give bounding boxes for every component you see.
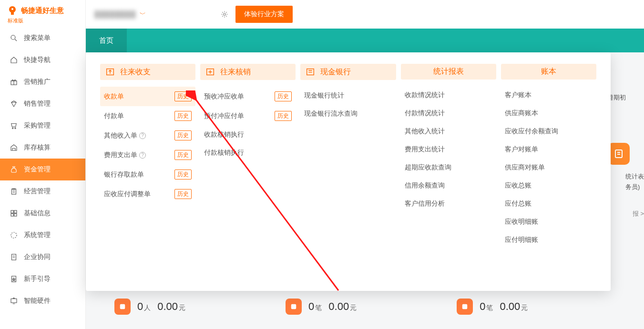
- tab-home[interactable]: 首页: [86, 29, 127, 52]
- mega-item-label: 其他收入统计: [405, 127, 445, 136]
- mega-item-label: 收款核销执行: [204, 130, 244, 139]
- mega-item[interactable]: 客户账本: [501, 86, 596, 104]
- mega-item[interactable]: 费用支出统计: [401, 140, 496, 159]
- mega-item[interactable]: 收款情况统计: [401, 86, 496, 104]
- history-tag[interactable]: 历史: [174, 150, 192, 160]
- sidebar-item-marketing[interactable]: 营销推广: [0, 71, 85, 93]
- mega-item-label: 银行存取款单: [104, 170, 144, 179]
- company-name: ████████: [94, 10, 136, 18]
- sidebar-item-label: 销售管理: [24, 100, 51, 108]
- try-solution-button[interactable]: 体验行业方案: [235, 6, 293, 23]
- mega-item[interactable]: 供应商账本: [501, 104, 596, 122]
- history-tag[interactable]: 历史: [174, 111, 192, 121]
- mega-item[interactable]: 现金银行流水查询: [300, 105, 396, 123]
- mega-item[interactable]: 付款情况统计: [401, 104, 496, 122]
- svg-rect-17: [291, 304, 296, 309]
- sidebar-item-label: 系统管理: [24, 231, 51, 239]
- cart-icon: [10, 121, 18, 130]
- metric-count: 0: [480, 300, 485, 313]
- home-icon: [10, 56, 18, 64]
- sidebar-item-funds[interactable]: 资金管理: [0, 159, 85, 180]
- sidebar-item-system[interactable]: 系统管理: [0, 224, 85, 246]
- company-selector[interactable]: ████████ ﹀: [94, 10, 214, 19]
- history-tag[interactable]: 历史: [174, 130, 192, 140]
- gift-icon: [10, 78, 18, 86]
- gear-icon[interactable]: [220, 10, 229, 19]
- mega-item[interactable]: 超期应收款查询: [401, 159, 496, 177]
- mega-item-label: 应收总账: [505, 181, 532, 190]
- mega-item[interactable]: 供应商对账单: [501, 159, 596, 177]
- mega-item-label: 供应商对账单: [505, 163, 545, 172]
- mega-item-label: 付款核销执行: [204, 149, 244, 157]
- metric-amount-unit: 元: [179, 304, 185, 312]
- mega-item[interactable]: 应收总账: [501, 177, 596, 195]
- mega-col-header: 往来收支: [100, 64, 195, 80]
- content-peek-3[interactable]: 报 >: [633, 209, 644, 218]
- sidebar-item-basicinfo[interactable]: 基础信息: [0, 202, 85, 224]
- mega-item[interactable]: 其他收入统计: [401, 122, 496, 140]
- mega-item-label: 现金银行统计: [304, 91, 344, 100]
- sidebar-item-inventory[interactable]: 库存核算: [0, 137, 85, 159]
- sidebar-item-label: 库存核算: [24, 143, 51, 152]
- mega-item-label: 应收应付调整单: [104, 190, 151, 199]
- mega-col-writeoff: 往来核销预收冲应收单历史预付冲应付单历史收款核销执行付款核销执行: [200, 64, 296, 279]
- svg-rect-16: [120, 304, 125, 309]
- svg-rect-11: [12, 254, 16, 260]
- help-icon[interactable]: ?: [139, 132, 146, 139]
- brand-name: 畅捷通好生意: [21, 6, 64, 15]
- mega-item[interactable]: 收款单历史: [100, 87, 195, 106]
- sidebar-item-guide[interactable]: 新手引导: [0, 268, 85, 290]
- metric-item: 0笔 0.00元: [286, 299, 357, 315]
- metric-item: 0人 0.00元: [114, 299, 185, 315]
- app-root: 畅捷通好生意 标准版 搜索菜单 快捷导航 营销推广 销售管理: [0, 0, 644, 329]
- mega-col-cash-bank: 现金银行现金银行统计现金银行流水查询: [300, 64, 396, 279]
- sidebar-item-search[interactable]: 搜索菜单: [0, 27, 85, 49]
- mega-item-label: 客户对账单: [505, 145, 538, 154]
- mega-item[interactable]: 信用余额查询: [401, 177, 496, 195]
- mega-item[interactable]: 现金银行统计: [300, 87, 396, 105]
- mega-item[interactable]: 应收应付余额查询: [501, 122, 596, 140]
- svg-rect-21: [307, 69, 314, 75]
- svg-rect-6: [11, 210, 13, 213]
- mega-item[interactable]: 应付明细账: [501, 231, 596, 249]
- metric-count-unit: 笔: [315, 304, 322, 312]
- history-tag[interactable]: 历史: [174, 169, 192, 179]
- fab-button[interactable]: [608, 143, 630, 165]
- mega-item[interactable]: 付款单历史: [100, 106, 195, 126]
- mega-item[interactable]: 银行存取款单历史: [100, 165, 195, 184]
- mega-item[interactable]: 预付冲应付单历史: [200, 106, 296, 126]
- history-tag[interactable]: 历史: [275, 91, 292, 101]
- svg-point-4: [15, 128, 16, 129]
- history-tag[interactable]: 历史: [174, 189, 192, 199]
- sidebar-item-sales[interactable]: 销售管理: [0, 93, 85, 115]
- sidebar-item-quicknav[interactable]: 快捷导航: [0, 49, 85, 71]
- history-tag[interactable]: 历史: [174, 91, 192, 101]
- mega-item[interactable]: 应收明细账: [501, 213, 596, 231]
- sidebar-item-operation[interactable]: 经营管理: [0, 180, 85, 202]
- sidebar-item-label: 企业协同: [24, 253, 51, 261]
- mega-item-label: 现金银行流水查询: [304, 110, 358, 118]
- sidebar-item-collab[interactable]: 企业协同: [0, 246, 85, 268]
- mega-item[interactable]: 应收应付调整单历史: [100, 184, 195, 204]
- mega-item-label: 客户信用分析: [405, 199, 445, 208]
- mega-item[interactable]: 收款核销执行: [200, 126, 296, 144]
- mega-item[interactable]: 客户信用分析: [401, 195, 496, 213]
- sidebar-item-hardware[interactable]: 智能硬件: [0, 290, 85, 312]
- mega-item[interactable]: 客户对账单: [501, 140, 596, 159]
- mega-item[interactable]: 应付总账: [501, 195, 596, 213]
- help-icon[interactable]: ?: [139, 152, 146, 159]
- sidebar-item-purchase[interactable]: 采购管理: [0, 115, 85, 137]
- logo-area: 畅捷通好生意 标准版: [0, 0, 85, 27]
- metric-count-unit: 笔: [486, 304, 493, 312]
- content-peek-2: 统计表 务员): [625, 171, 644, 192]
- metric-count-unit: 人: [144, 304, 151, 312]
- money-bag-icon: [10, 165, 18, 174]
- mega-item[interactable]: 费用支出单?历史: [100, 145, 195, 165]
- warehouse-icon: [10, 143, 18, 152]
- history-tag[interactable]: 历史: [275, 111, 292, 121]
- mega-item[interactable]: 预收冲应收单历史: [200, 87, 296, 106]
- mega-item[interactable]: 付款核销执行: [200, 144, 296, 162]
- sidebar-item-label: 智能硬件: [24, 297, 51, 305]
- metric-badge-icon: [286, 299, 302, 315]
- mega-item[interactable]: 其他收入单?历史: [100, 126, 195, 145]
